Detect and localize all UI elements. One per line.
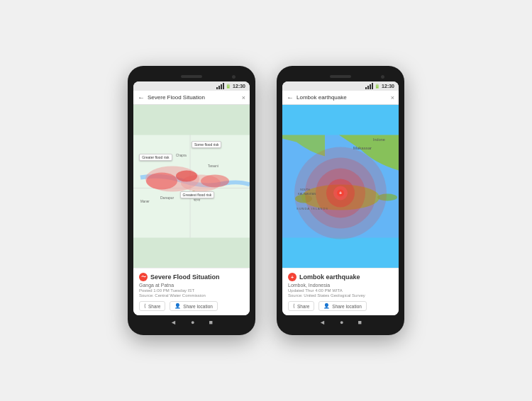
svg-point-4 — [146, 173, 177, 190]
screen-earthquake: 🔋 12:30 ← Lombok earthquake × — [282, 81, 399, 315]
earthquake-source: Source: United States Geological Survey — [288, 293, 393, 298]
svg-text:SUNDA ISLANDS: SUNDA ISLANDS — [297, 207, 328, 210]
svg-text:Indone: Indone — [373, 137, 385, 142]
battery-icon: 🔋 — [226, 84, 231, 89]
flood-tag-some: Some flood risk — [192, 141, 221, 148]
svg-text:Tarauni: Tarauni — [208, 164, 218, 168]
flood-source: Source: Central Water Commission — [139, 293, 244, 298]
info-panel-flood: 〜 Severe Flood Situation Ganga at Patna … — [133, 268, 250, 315]
svg-text:Chapra: Chapra — [176, 154, 187, 157]
speaker-1 — [181, 75, 202, 78]
flood-share-button[interactable]: ⟨ Share — [139, 301, 165, 311]
flood-tag-greatest: Greatest flood risk — [180, 191, 215, 198]
nav-home-1[interactable]: ● — [191, 319, 194, 326]
location-share-icon-1: 👤 — [174, 303, 181, 309]
svg-text:+: + — [339, 191, 342, 196]
status-bar-2: 🔋 12:30 — [282, 81, 399, 91]
camera-2 — [381, 75, 384, 79]
phone-flood: 🔋 12:30 ← Severe Flood Situation × — [128, 66, 255, 335]
eq-action-buttons: ⟨ Share 👤 Share location — [288, 301, 393, 311]
flood-tag-greater: Greater flood risk — [139, 154, 172, 161]
nav-recent-1[interactable]: ■ — [209, 319, 212, 326]
search-bar-1: ← Severe Flood Situation × — [133, 91, 250, 105]
back-arrow-2[interactable]: ← — [287, 94, 294, 101]
earthquake-icon-symbol: + — [288, 273, 297, 281]
flood-title: Severe Flood Situation — [150, 273, 220, 281]
earthquake-map-svg: + Makassar Indone SUNDA ISLANDS SOUTH KA… — [282, 105, 399, 268]
camera-1 — [232, 75, 235, 79]
flood-subtitle: Ganga at Patna — [139, 283, 244, 288]
svg-point-7 — [176, 171, 197, 182]
close-button-1[interactable]: × — [242, 94, 245, 101]
battery-icon-2: 🔋 — [375, 84, 379, 89]
search-bar-2: ← Lombok earthquake × — [282, 91, 399, 105]
nav-back-1[interactable]: ◄ — [170, 319, 177, 326]
location-share-icon-2: 👤 — [323, 303, 330, 309]
speaker-2 — [330, 75, 351, 78]
earthquake-map: + Makassar Indone SUNDA ISLANDS SOUTH KA… — [282, 105, 399, 268]
info-panel-earthquake: + Lombok earthquake Lombok, Indonesia Up… — [282, 268, 399, 315]
search-query-2: Lombok earthquake — [297, 94, 388, 101]
back-arrow-1[interactable]: ← — [138, 94, 145, 101]
earthquake-subtitle: Lombok, Indonesia — [288, 283, 393, 288]
info-title-row-flood: 〜 Severe Flood Situation — [139, 273, 244, 281]
nav-home-2[interactable]: ● — [340, 319, 343, 326]
earthquake-meta: Updated Thur 4:00 PM WITA — [288, 288, 393, 293]
flood-share-location-button[interactable]: 👤 Share location — [170, 301, 218, 311]
phone-nav-2: ◄ ● ■ — [282, 315, 399, 329]
flood-action-buttons: ⟨ Share 👤 Share location — [139, 301, 244, 311]
status-icons-2: 🔋 — [365, 83, 379, 89]
earthquake-title: Lombok earthquake — [299, 273, 360, 281]
eq-share-button[interactable]: ⟨ Share — [288, 301, 314, 311]
flood-meta: Posted 1:00 PM Tuesday IST — [139, 288, 244, 293]
status-time-2: 12:30 — [382, 84, 394, 89]
phone-top-bar-1 — [133, 72, 250, 81]
svg-text:Danapur: Danapur — [160, 196, 174, 200]
svg-text:KALIMANTAN: KALIMANTAN — [298, 192, 316, 196]
signal-icon — [216, 83, 224, 89]
nav-back-2[interactable]: ◄ — [319, 319, 326, 326]
phone-nav-1: ◄ ● ■ — [133, 315, 250, 329]
signal-icon-2 — [365, 83, 373, 89]
info-title-row-eq: + Lombok earthquake — [288, 273, 393, 281]
status-bar-1: 🔋 12:30 — [133, 81, 250, 91]
flood-icon: 〜 — [139, 273, 148, 281]
screen-flood: 🔋 12:30 ← Severe Flood Situation × — [133, 81, 250, 315]
svg-text:Makassar: Makassar — [353, 146, 372, 150]
share-icon-2: ⟨ — [293, 303, 295, 309]
phones-container: 🔋 12:30 ← Severe Flood Situation × — [128, 66, 404, 335]
svg-text:SOUTH: SOUTH — [300, 188, 310, 191]
eq-share-location-button[interactable]: 👤 Share location — [318, 301, 367, 311]
share-icon-1: ⟨ — [144, 303, 146, 309]
svg-point-6 — [201, 175, 229, 188]
search-query-1: Severe Flood Situation — [148, 94, 239, 101]
flood-map: Patna पटना Danapur Tarauni Maner Chapra … — [133, 105, 250, 268]
svg-text:Maner: Maner — [140, 200, 150, 203]
status-time-1: 12:30 — [233, 84, 245, 89]
close-button-2[interactable]: × — [391, 94, 394, 101]
nav-recent-2[interactable]: ■ — [358, 319, 361, 326]
status-icons-1: 🔋 — [216, 83, 231, 89]
phone-earthquake: 🔋 12:30 ← Lombok earthquake × — [277, 66, 404, 335]
phone-top-bar-2 — [282, 72, 399, 81]
flood-map-svg: Patna पटना Danapur Tarauni Maner Chapra — [133, 105, 250, 268]
